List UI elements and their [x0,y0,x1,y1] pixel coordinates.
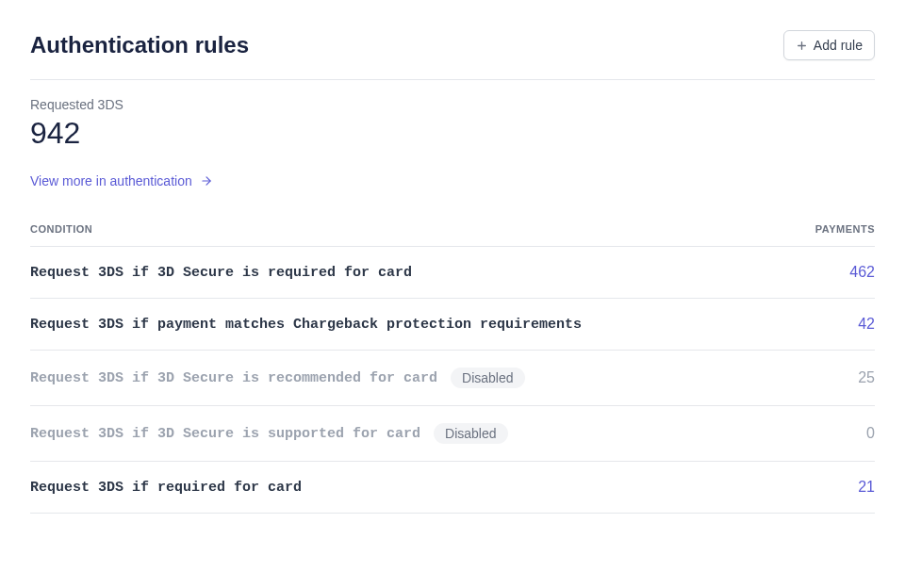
table-row[interactable]: Request 3DS if 3D Secure is required for… [30,247,875,299]
rules-table: Condition Payments Request 3DS if 3D Sec… [30,223,875,514]
condition-cell: Request 3DS if 3D Secure is required for… [30,265,412,281]
payments-cell: 21 [858,479,875,496]
payments-cell: 462 [849,264,875,281]
page-header: Authentication rules Add rule [30,30,875,80]
plus-icon [796,40,808,52]
table-header: Condition Payments [30,223,875,247]
arrow-right-icon [200,174,213,188]
condition-cell: Request 3DS if payment matches Chargebac… [30,317,582,333]
table-row[interactable]: Request 3DS if payment matches Chargebac… [30,299,875,351]
table-body: Request 3DS if 3D Secure is required for… [30,247,875,514]
add-rule-button[interactable]: Add rule [783,30,875,60]
payments-cell: 0 [866,425,875,442]
metric-value: 942 [30,116,875,151]
page-title: Authentication rules [30,32,249,58]
condition-cell: Request 3DS if 3D Secure is recommended … [30,368,525,388]
condition-cell: Request 3DS if required for card [30,480,302,496]
condition-cell: Request 3DS if 3D Secure is supported fo… [30,423,508,444]
status-badge: Disabled [434,423,507,444]
condition-text: Request 3DS if payment matches Chargebac… [30,317,582,333]
metric-block: Requested 3DS 942 [30,97,875,151]
condition-text: Request 3DS if required for card [30,480,302,496]
column-payments: Payments [815,223,875,235]
condition-text: Request 3DS if 3D Secure is required for… [30,265,412,281]
metric-label: Requested 3DS [30,97,875,112]
table-row[interactable]: Request 3DS if 3D Secure is supported fo… [30,406,875,462]
view-more-link[interactable]: View more in authentication [30,173,213,188]
view-more-label: View more in authentication [30,173,192,188]
add-rule-label: Add rule [814,38,863,53]
condition-text: Request 3DS if 3D Secure is supported fo… [30,426,420,442]
table-row[interactable]: Request 3DS if 3D Secure is recommended … [30,351,875,406]
status-badge: Disabled [451,368,524,388]
table-row[interactable]: Request 3DS if required for card21 [30,462,875,514]
payments-cell: 25 [858,369,875,386]
payments-cell: 42 [858,316,875,333]
column-condition: Condition [30,223,92,235]
condition-text: Request 3DS if 3D Secure is recommended … [30,370,437,386]
